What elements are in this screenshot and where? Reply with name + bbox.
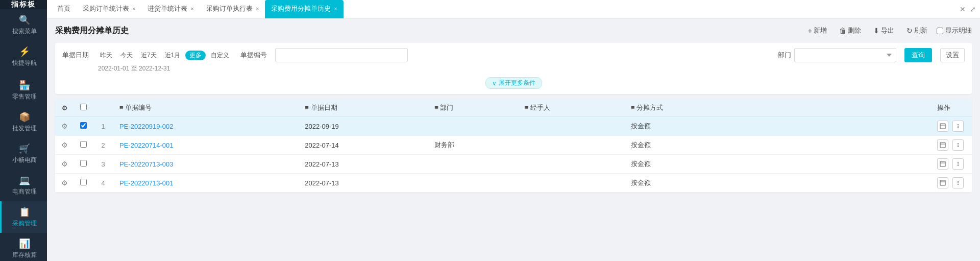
tab-bar-actions: ✕ ⤢	[960, 5, 976, 13]
row-actions	[931, 117, 972, 136]
tab-purchase-cost-history[interactable]: 采购费用分摊单历史 ×	[265, 0, 343, 18]
purchase-icon: 📋	[19, 206, 30, 218]
row-edit-icon[interactable]	[952, 177, 964, 188]
sidebar-item-ecom-small[interactable]: 🛒 小畅电商	[0, 138, 47, 170]
sidebar-item-quick-nav[interactable]: ⚡ 快捷导航	[0, 41, 47, 73]
tab-close-purchase-order-stats[interactable]: ×	[132, 6, 135, 12]
search-icon: 🔍	[19, 14, 30, 26]
select-all-checkbox[interactable]	[80, 104, 87, 110]
row-department	[428, 174, 519, 193]
table-header-row: ⚙ ≡ 单据编号 ≡ 单据日期 ≡ 部门	[55, 99, 972, 117]
col-checkbox[interactable]	[74, 99, 93, 117]
date-btn-today[interactable]: 今天	[117, 50, 136, 61]
row-settings-icon[interactable]: ⚙	[55, 155, 74, 174]
date-range-display: 2022-01-01 至 2022-12-31	[98, 64, 170, 73]
table-row[interactable]: ⚙ 3 PE-20220713-003 2022-07-13 按金额	[55, 155, 972, 174]
col-doc-num[interactable]: ≡ 单据编号	[113, 99, 299, 117]
sidebar-item-inventory[interactable]: 📊 库存核算	[0, 233, 47, 261]
tab-close-purchase-order-exec[interactable]: ×	[256, 6, 259, 12]
row-doc-num[interactable]: PE-20220713-003	[113, 155, 299, 174]
row-view-icon[interactable]	[937, 177, 948, 188]
page-content: 采购费用分摊单历史 + 新增 🗑 删除 ⬇ 导出 ↻ 刷新	[47, 18, 980, 261]
row-num: 3	[93, 155, 113, 174]
table-body: ⚙ 1 PE-20220919-002 2022-09-19 按金额	[55, 117, 972, 193]
toolbar: + 新增 🗑 删除 ⬇ 导出 ↻ 刷新 显示明细	[805, 25, 972, 37]
row-checkbox[interactable]	[74, 155, 93, 174]
sidebar-item-ecom[interactable]: 💻 电商管理	[0, 170, 47, 201]
row-checkbox[interactable]	[74, 136, 93, 155]
tab-close-inbound-stats[interactable]: ×	[190, 6, 193, 12]
table-row[interactable]: ⚙ 2 PE-20220714-001 2022-07-14 财务部 按金额	[55, 136, 972, 155]
date-btn-custom[interactable]: 自定义	[208, 50, 232, 61]
table-row[interactable]: ⚙ 4 PE-20220713-001 2022-07-13 按金额	[55, 174, 972, 193]
tab-close-purchase-cost-history[interactable]: ×	[334, 6, 337, 12]
row-view-icon[interactable]	[937, 158, 948, 170]
delete-button[interactable]: 🗑 删除	[836, 25, 864, 37]
sidebar-item-label: 库存核算	[12, 251, 37, 259]
tab-inbound-stats[interactable]: 进货单统计表 ×	[141, 0, 200, 18]
col-settings[interactable]: ⚙	[55, 99, 74, 117]
col-department[interactable]: ≡ 部门	[428, 99, 519, 117]
expand-window-icon[interactable]: ⤢	[970, 5, 976, 13]
col-handler[interactable]: ≡ 经手人	[519, 99, 625, 117]
sidebar-item-wholesale[interactable]: 📦 批发管理	[0, 106, 47, 138]
data-table-wrapper: ⚙ ≡ 单据编号 ≡ 单据日期 ≡ 部门	[55, 99, 972, 193]
quick-nav-icon: ⚡	[19, 46, 30, 57]
expand-more-button[interactable]: ∨ 展开更多条件	[485, 77, 542, 89]
sidebar-item-purchase[interactable]: 📋 采购管理	[0, 201, 47, 233]
settings-button[interactable]: 设置	[940, 48, 965, 62]
add-label: 新增	[814, 26, 827, 35]
svg-rect-10	[940, 161, 945, 167]
row-edit-icon[interactable]	[952, 139, 964, 151]
row-settings-icon[interactable]: ⚙	[55, 136, 74, 155]
doc-num-input[interactable]	[275, 48, 408, 62]
svg-point-19	[958, 184, 959, 185]
row-settings-icon[interactable]: ⚙	[55, 174, 74, 193]
tab-purchase-order-stats[interactable]: 采购订单统计表 ×	[77, 0, 141, 18]
search-button[interactable]: 查询	[904, 48, 932, 62]
sidebar-item-retail[interactable]: 🏪 零售管理	[0, 75, 47, 106]
inventory-icon: 📊	[19, 238, 30, 249]
sidebar-item-label: 采购管理	[12, 219, 37, 228]
row-settings-icon[interactable]: ⚙	[55, 117, 74, 136]
col-num	[93, 99, 113, 117]
tab-purchase-order-exec[interactable]: 采购订单执行表 ×	[200, 0, 265, 18]
row-department: 财务部	[428, 136, 519, 155]
sidebar-item-search[interactable]: 🔍 搜索菜单	[0, 9, 47, 41]
row-doc-date: 2022-07-14	[299, 136, 428, 155]
row-checkbox[interactable]	[74, 117, 93, 136]
row-edit-icon[interactable]	[952, 121, 964, 132]
row-doc-num[interactable]: PE-20220919-002	[113, 117, 299, 136]
row-actions	[931, 174, 972, 193]
col-actions: 操作	[931, 99, 972, 117]
date-btn-1month[interactable]: 近1月	[162, 50, 184, 61]
date-btn-yesterday[interactable]: 昨天	[97, 50, 115, 61]
svg-point-7	[958, 143, 959, 144]
row-edit-icon[interactable]	[952, 158, 964, 170]
department-filter-group: 部门 财务部	[778, 48, 896, 62]
chevron-down-icon: ∨	[492, 80, 497, 87]
show-detail-checkbox[interactable]: 显示明细	[937, 26, 972, 35]
date-btn-7days[interactable]: 近7天	[138, 50, 160, 61]
table-row[interactable]: ⚙ 1 PE-20220919-002 2022-09-19 按金额	[55, 117, 972, 136]
add-button[interactable]: + 新增	[805, 25, 830, 37]
department-select[interactable]: 财务部	[794, 48, 896, 62]
svg-point-2	[958, 124, 959, 125]
row-doc-num[interactable]: PE-20220713-001	[113, 174, 299, 193]
date-btn-more[interactable]: 更多	[185, 51, 206, 60]
show-detail-input[interactable]	[937, 28, 943, 34]
row-view-icon[interactable]	[937, 121, 948, 132]
col-split-method[interactable]: ≡ 分摊方式	[625, 99, 931, 117]
row-doc-num[interactable]: PE-20220714-001	[113, 136, 299, 155]
tab-home[interactable]: 首页	[51, 0, 77, 18]
row-checkbox[interactable]	[74, 174, 93, 193]
export-button[interactable]: ⬇ 导出	[870, 25, 897, 37]
date-filter-buttons: 昨天 今天 近7天 近1月 更多 自定义	[97, 50, 232, 61]
row-handler	[519, 174, 625, 193]
col-doc-date[interactable]: ≡ 单据日期	[299, 99, 428, 117]
close-window-icon[interactable]: ✕	[960, 5, 966, 13]
refresh-button[interactable]: ↻ 刷新	[903, 25, 930, 37]
svg-point-3	[958, 126, 959, 127]
filter-row-1: 单据日期 昨天 今天 近7天 近1月 更多 自定义 单据编号 部门	[62, 48, 965, 62]
row-view-icon[interactable]	[937, 139, 948, 151]
